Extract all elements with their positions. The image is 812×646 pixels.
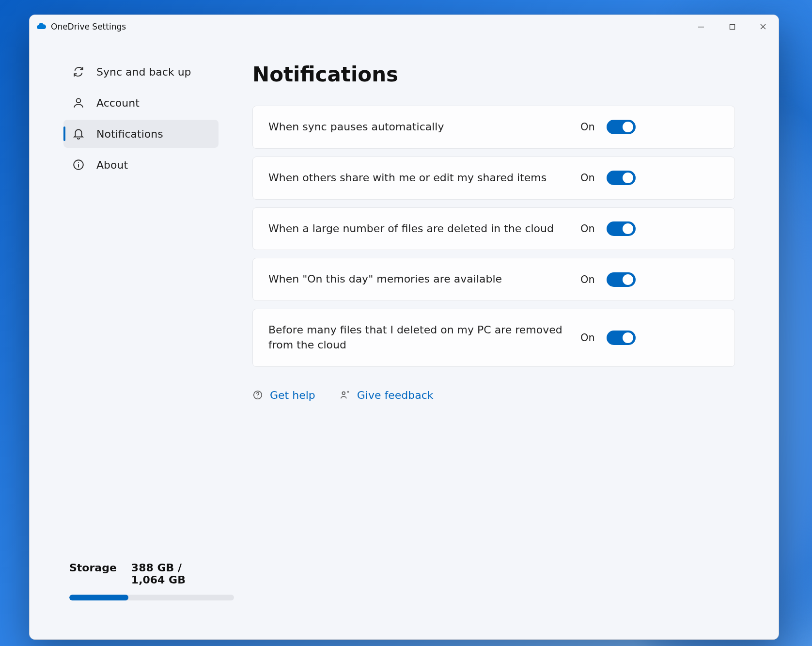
setting-others-share: When others share with me or edit my sha… — [252, 157, 735, 200]
setting-label: When a large number of files are deleted… — [268, 221, 569, 236]
help-icon — [252, 390, 263, 400]
setting-label: When sync pauses automatically — [268, 120, 569, 135]
person-icon — [72, 96, 85, 109]
onedrive-cloud-icon — [36, 22, 46, 32]
storage-progress-fill — [69, 595, 128, 600]
feedback-icon — [340, 390, 350, 400]
minimize-button[interactable] — [686, 15, 717, 38]
setting-toggle[interactable] — [607, 272, 636, 287]
maximize-button[interactable] — [717, 15, 748, 38]
setting-state: On — [580, 332, 595, 344]
storage-block: Storage 388 GB / 1,064 GB — [63, 562, 219, 625]
setting-toggle[interactable] — [607, 120, 636, 134]
setting-label: When "On this day" memories are availabl… — [268, 272, 569, 287]
svg-point-5 — [78, 162, 79, 163]
storage-progress — [69, 595, 234, 600]
setting-files-deleted-cloud: When a large number of files are deleted… — [252, 207, 735, 251]
close-button[interactable] — [748, 15, 779, 38]
sidebar-item-label: Sync and back up — [96, 66, 191, 78]
sidebar-item-label: About — [96, 159, 128, 171]
svg-point-8 — [342, 392, 345, 395]
setting-before-remove-from-cloud: Before many files that I deleted on my P… — [252, 309, 735, 367]
svg-rect-0 — [698, 27, 704, 27]
svg-point-2 — [77, 98, 81, 103]
setting-on-this-day: When "On this day" memories are availabl… — [252, 258, 735, 301]
setting-toggle[interactable] — [607, 221, 636, 236]
give-feedback-link[interactable]: Give feedback — [340, 389, 434, 401]
get-help-link[interactable]: Get help — [252, 389, 315, 401]
give-feedback-label: Give feedback — [357, 389, 434, 401]
storage-label: Storage — [69, 562, 117, 574]
sidebar-item-account[interactable]: Account — [63, 89, 219, 117]
setting-sync-pauses: When sync pauses automatically On — [252, 106, 735, 149]
sync-icon — [72, 65, 85, 78]
sidebar-item-label: Account — [96, 97, 140, 109]
sidebar-item-about[interactable]: About — [63, 151, 219, 179]
bell-icon — [72, 127, 85, 140]
sidebar: Sync and back up Account Notifications — [30, 38, 238, 639]
footer-links: Get help Give feedback — [252, 389, 735, 401]
window-title: OneDrive Settings — [51, 22, 126, 32]
sidebar-item-label: Notifications — [96, 128, 163, 140]
setting-toggle[interactable] — [607, 331, 636, 345]
storage-value: 388 GB / 1,064 GB — [131, 562, 209, 586]
setting-state: On — [580, 223, 595, 235]
svg-point-7 — [257, 397, 258, 397]
main-content: Notifications When sync pauses automatic… — [238, 38, 779, 639]
titlebar: OneDrive Settings — [30, 15, 779, 38]
setting-state: On — [580, 172, 595, 184]
setting-label: Before many files that I deleted on my P… — [268, 323, 569, 353]
sidebar-item-notifications[interactable]: Notifications — [63, 120, 219, 148]
info-icon — [72, 158, 85, 171]
onedrive-settings-window: OneDrive Settings Sync and back up — [29, 15, 779, 640]
get-help-label: Get help — [270, 389, 315, 401]
setting-state: On — [580, 274, 595, 285]
notification-settings-list: When sync pauses automatically On When o… — [252, 106, 735, 367]
page-title: Notifications — [252, 63, 735, 86]
setting-state: On — [580, 121, 595, 133]
svg-rect-1 — [730, 24, 734, 29]
setting-toggle[interactable] — [607, 171, 636, 185]
sidebar-nav: Sync and back up Account Notifications — [63, 58, 219, 179]
setting-label: When others share with me or edit my sha… — [268, 171, 569, 186]
window-controls — [686, 15, 779, 38]
sidebar-item-sync[interactable]: Sync and back up — [63, 58, 219, 86]
